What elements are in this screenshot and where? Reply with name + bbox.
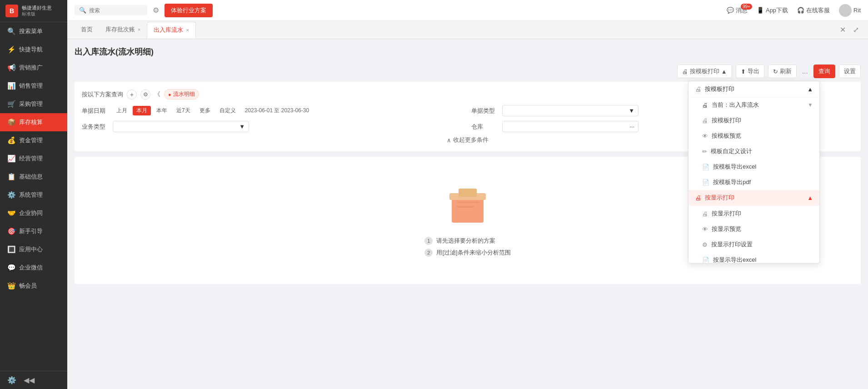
sidebar-item-quick-nav[interactable]: ⚡快捷导航 <box>0 40 67 59</box>
business-type-select[interactable]: ▼ <box>113 121 249 132</box>
message-button[interactable]: 💬 消息 99+ <box>727 6 748 15</box>
filter-collapse-button[interactable]: 《 <box>154 90 160 99</box>
dropdown-item-display-preview[interactable]: 👁按显示预览 <box>688 221 819 237</box>
sidebar-label-apps: 应用中心 <box>19 245 43 254</box>
sidebar-label-sales: 销售管理 <box>19 82 43 90</box>
sidebar-item-finance[interactable]: 💰资金管理 <box>0 131 67 150</box>
search-icon: 🔍 <box>79 7 86 14</box>
sidebar-item-wechat[interactable]: 💬企业微信 <box>0 259 67 277</box>
sidebar-item-enterprise[interactable]: 🤝企业协同 <box>0 204 67 222</box>
dropdown-display-header[interactable]: 🖨 按显示打印 ▲ <box>688 190 819 206</box>
icon-display-preview: 👁 <box>702 226 708 233</box>
app-download-label: App下载 <box>766 6 788 15</box>
sidebar-item-system[interactable]: ⚙️系统管理 <box>0 186 67 204</box>
export-icon: ⬆ <box>741 68 746 75</box>
dropdown-item-template-print[interactable]: 🖨按模板打印 <box>688 113 819 128</box>
tab-batch[interactable]: 库存批次账× <box>99 22 147 38</box>
date-shortcut-more[interactable]: 更多 <box>196 106 214 115</box>
sidebar-item-inventory[interactable]: 📦库存核算 <box>0 113 67 131</box>
sidebar-item-marketing[interactable]: 📢营销推广 <box>0 59 67 77</box>
tab-close-batch[interactable]: × <box>138 27 140 32</box>
app-download-button[interactable]: 📱 App下载 <box>757 6 788 15</box>
warehouse-select[interactable]: ··· <box>502 121 639 132</box>
filter-add-button[interactable]: + <box>127 90 137 100</box>
app-name: 畅捷通好生意 <box>22 5 52 11</box>
trial-button[interactable]: 体验行业方案 <box>165 4 213 17</box>
template-print-button[interactable]: 🖨 按模板打印 ▲ <box>677 65 732 78</box>
avatar <box>839 4 852 17</box>
date-shortcut-this-year[interactable]: 本年 <box>153 106 171 115</box>
user-avatar-area[interactable]: Rit <box>839 4 861 17</box>
dropdown-title-label: 按模板打印 <box>705 85 734 93</box>
sidebar-nav: 🔍搜索菜单⚡快捷导航📢营销推广📊销售管理🛒采购管理📦库存核算💰资金管理📈经营管理… <box>0 22 67 371</box>
sidebar-label-search: 搜索菜单 <box>19 27 43 35</box>
search-input[interactable] <box>89 7 139 14</box>
sidebar-icon-base: 📋 <box>7 173 15 181</box>
topbar: 🔍 ⚙ 体验行业方案 💬 消息 99+ 📱 App下载 🎧 在线客服 Rit <box>67 0 868 21</box>
dropdown-item-display-print[interactable]: 🖨按显示打印 <box>688 206 819 221</box>
dropdown-item-template-custom[interactable]: ✏模板自定义设计 <box>688 144 819 159</box>
page-content: 出入库流水(流水明细) 🖨 按模板打印 ▲ ⬆ 导出 ↻ 刷新 ... 查询 设… <box>67 39 868 389</box>
warehouse-label: 仓库 <box>471 123 499 131</box>
dropdown-item-display-excel[interactable]: 📄按显示导出excel <box>688 252 819 263</box>
tab-flow[interactable]: 出入库流水× <box>147 22 195 39</box>
sidebar-icon-search: 🔍 <box>7 27 15 35</box>
date-shortcut-last-month[interactable]: 上月 <box>113 106 131 115</box>
sidebar-item-purchase[interactable]: 🛒采购管理 <box>0 95 67 113</box>
sidebar-item-operations[interactable]: 📈经营管理 <box>0 150 67 168</box>
filter-settings-button[interactable]: ⚙ <box>140 90 150 100</box>
tab-close-flow[interactable]: × <box>186 27 189 33</box>
tab-expand-button[interactable]: ⤢ <box>851 25 861 35</box>
doc-type-dropdown-icon: ▼ <box>629 107 634 114</box>
sidebar-icon-apps: 🔳 <box>7 245 15 254</box>
sidebar-item-newbie[interactable]: 🎯新手引导 <box>0 222 67 240</box>
customer-service-button[interactable]: 🎧 在线客服 <box>797 6 830 15</box>
message-icon: 💬 <box>727 7 734 14</box>
more-button[interactable]: ... <box>800 65 810 77</box>
dropdown-template-header[interactable]: 🖨 按模板打印 ▲ <box>688 81 819 97</box>
label-template-print: 按模板打印 <box>712 116 741 125</box>
sidebar-bottom: ⚙️ ◀◀ <box>0 371 67 389</box>
sidebar-item-sales[interactable]: 📊销售管理 <box>0 77 67 95</box>
dropdown-panel: 🖨 按模板打印 ▲ 🖨 当前：出入库流水 ▼ 🖨按模板打印👁按模板预览✏模板自定… <box>688 81 820 264</box>
sidebar-item-search[interactable]: 🔍搜索菜单 <box>0 22 67 40</box>
dropdown-item-template-excel[interactable]: 📄按模板导出excel <box>688 159 819 175</box>
sidebar-label-member: 畅会员 <box>19 282 37 290</box>
sidebar-collapse-icon[interactable]: ◀◀ <box>24 376 35 384</box>
label-template-excel: 按模板导出excel <box>713 163 756 171</box>
sidebar-icon-finance: 💰 <box>7 136 15 145</box>
step-1-num: 1 <box>424 237 433 245</box>
empty-illustration <box>445 184 490 229</box>
current-template-icon: 🖨 <box>702 102 708 109</box>
dropdown-item-display-settings[interactable]: ⚙按显示打印设置 <box>688 237 819 252</box>
sidebar-item-apps[interactable]: 🔳应用中心 <box>0 240 67 259</box>
dropdown-item-template-preview[interactable]: 👁按模板预览 <box>688 128 819 144</box>
collapse-label: 收起更多条件 <box>453 136 489 144</box>
date-shortcut-7days[interactable]: 近7天 <box>173 106 194 115</box>
topbar-settings-icon[interactable]: ⚙ <box>153 6 159 15</box>
refresh-button[interactable]: ↻ 刷新 <box>768 65 797 78</box>
icon-template-pdf: 📄 <box>702 179 709 186</box>
sidebar-item-base[interactable]: 📋基础信息 <box>0 168 67 186</box>
date-shortcut-this-month[interactable]: 本月 <box>133 106 151 115</box>
query-button[interactable]: 查询 <box>813 65 835 78</box>
app-logo-icon: B <box>5 5 18 17</box>
settings-button[interactable]: 设置 <box>839 65 861 78</box>
icon-template-excel: 📄 <box>702 164 709 170</box>
date-shortcut-custom[interactable]: 自定义 <box>216 106 239 115</box>
tab-home[interactable]: 首页 <box>75 22 99 38</box>
export-button[interactable]: ⬆ 导出 <box>736 65 764 78</box>
dropdown-item-template-pdf[interactable]: 📄按模板导出pdf <box>688 175 819 190</box>
sidebar-item-member[interactable]: 👑畅会员 <box>0 277 67 295</box>
dropdown-display-section-label: 按显示打印 <box>705 194 734 202</box>
sidebar-icon-marketing: 📢 <box>7 64 15 72</box>
doc-type-select[interactable]: ▼ <box>502 105 639 116</box>
collapse-more-button[interactable]: ∧ 收起更多条件 <box>447 136 489 144</box>
date-field: 单据日期 上月本月本年近7天更多自定义 2023-06-01 至 2023-06… <box>82 106 464 115</box>
search-box[interactable]: 🔍 <box>75 5 147 15</box>
sidebar-label-base: 基础信息 <box>19 173 43 181</box>
chevron-up-icon: ▲ <box>721 68 727 75</box>
dropdown-current-item[interactable]: 🖨 当前：出入库流水 ▼ <box>688 97 819 113</box>
tab-close-all-button[interactable]: ✕ <box>838 25 848 35</box>
sidebar-settings-icon[interactable]: ⚙️ <box>7 376 16 384</box>
